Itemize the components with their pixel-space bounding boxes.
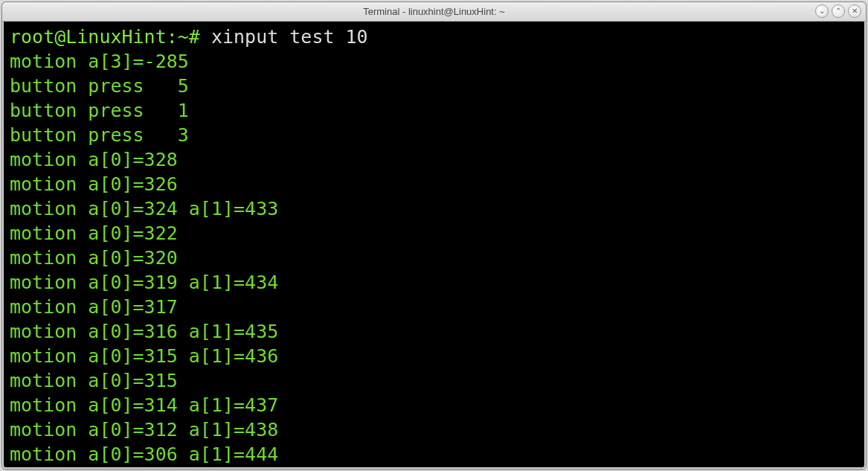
minimize-button[interactable]: ⌄	[815, 4, 829, 18]
output-line: motion a[0]=315	[10, 368, 858, 393]
terminal-body[interactable]: root@LinuxHint:~# xinput test 10 motion …	[2, 22, 866, 469]
window-title: Terminal - linuxhint@LinuxHint: ~	[2, 6, 866, 17]
terminal-window: Terminal - linuxhint@LinuxHint: ~ ⌄ ⌃ ✕ …	[1, 1, 867, 470]
window-controls: ⌄ ⌃ ✕	[815, 4, 861, 18]
prompt-line: root@LinuxHint:~# xinput test 10	[10, 25, 858, 49]
output-line: motion a[0]=306 a[1]=444	[10, 442, 858, 467]
output-line: motion a[0]=328	[10, 147, 858, 172]
output-line: button press 5	[10, 74, 858, 98]
command-text: xinput test 10	[211, 26, 368, 48]
close-button[interactable]: ✕	[848, 4, 861, 18]
output-line: motion a[0]=319 a[1]=434	[10, 270, 858, 295]
output-line: motion a[0]=326	[10, 172, 858, 196]
output-line: motion a[0]=322	[10, 221, 858, 246]
titlebar[interactable]: Terminal - linuxhint@LinuxHint: ~ ⌄ ⌃ ✕	[2, 2, 866, 22]
output-line: motion a[0]=317	[10, 295, 858, 319]
output-line: motion a[0]=314 a[1]=437	[10, 393, 858, 417]
output-line: motion a[0]=324 a[1]=433	[10, 196, 858, 221]
output-line: motion a[3]=-285	[10, 49, 858, 74]
shell-prompt: root@LinuxHint:~#	[10, 26, 211, 48]
output-line: motion a[0]=320	[10, 246, 858, 270]
terminal-output: motion a[3]=-285button press 5button pre…	[10, 49, 858, 467]
maximize-button[interactable]: ⌃	[832, 4, 845, 18]
output-line: motion a[0]=315 a[1]=436	[10, 344, 858, 368]
output-line: motion a[0]=312 a[1]=438	[10, 417, 858, 442]
output-line: button press 1	[10, 98, 858, 123]
output-line: button press 3	[10, 123, 858, 147]
output-line: motion a[0]=316 a[1]=435	[10, 319, 858, 344]
